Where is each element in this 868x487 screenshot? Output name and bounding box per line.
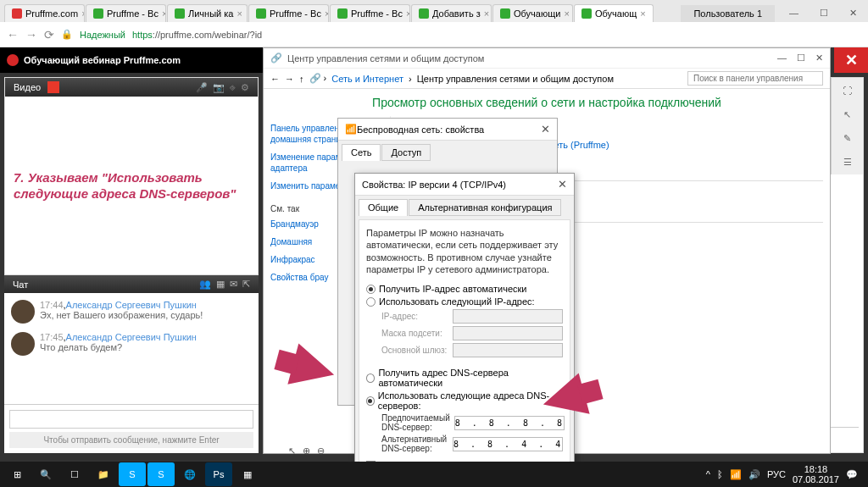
breadcrumb[interactable]: Сеть и Интернет [331, 74, 403, 84]
close-button[interactable]: ✕ [815, 53, 823, 64]
share-icon[interactable]: ⎆ [230, 82, 236, 93]
mail-icon[interactable]: ✉ [230, 279, 237, 290]
list-icon[interactable]: ☰ [839, 153, 856, 170]
minimize-button[interactable]: — [779, 3, 809, 22]
record-icon [47, 81, 59, 93]
tab-network[interactable]: Сеть [342, 144, 381, 161]
maximize-button[interactable]: ☐ [797, 53, 805, 64]
avatar [11, 332, 35, 356]
taskbar: ⊞ 🔍 ☐ 📁 S S 🌐 Ps ▦ ^ ᛒ 📶 🔊 РУС 18:1807.0… [0, 462, 868, 487]
skype-icon[interactable]: S [147, 462, 175, 486]
tab[interactable]: Pruffme - Вс× [86, 4, 166, 22]
explorer-icon[interactable]: 📁 [90, 462, 117, 486]
close-webinar-button[interactable]: ✕ [834, 47, 868, 73]
tab[interactable]: Добавить з× [411, 4, 492, 22]
close-button[interactable]: ✕ [541, 123, 550, 136]
cam-icon[interactable]: 📷 [213, 82, 225, 93]
mic-icon[interactable]: 🎤 [196, 82, 208, 93]
chat-messages: 17:44,Александр Сергеевич ПушкинЭх, нет … [4, 293, 259, 404]
clock-time[interactable]: 18:18 [793, 464, 839, 474]
tab-alternate[interactable]: Альтернативная конфигурация [409, 199, 561, 216]
tray-up-icon[interactable]: ^ [706, 469, 710, 479]
app-icon[interactable]: ▦ [234, 462, 261, 486]
up-button[interactable]: ↑ [299, 74, 304, 84]
radio-manual-dns[interactable] [366, 396, 375, 406]
url-field[interactable]: https://pruffme.com/webinar/?id [132, 29, 262, 41]
settings-icon[interactable]: ⚙ [241, 82, 249, 93]
page-heading: Просмотр основных сведений о сети и наст… [264, 89, 830, 116]
back-button[interactable]: ← [270, 74, 280, 84]
clock-date: 07.08.2017 [793, 474, 839, 484]
zoom-in-icon[interactable]: ⊕ [303, 445, 310, 457]
radio-auto-ip[interactable] [366, 285, 376, 294]
gateway-input [453, 343, 563, 357]
user-profile[interactable]: Пользователь 1 [681, 5, 775, 22]
wifi-icon: 📶 [345, 124, 357, 135]
wifi-icon[interactable]: 📶 [730, 469, 742, 480]
radio-manual-ip[interactable] [366, 297, 376, 307]
tab[interactable]: Обучающи× [492, 4, 573, 22]
close-button[interactable]: ✕ [558, 178, 567, 191]
address-bar: ← → ⟳ 🔒 Надежный https://pruffme.com/web… [0, 22, 868, 47]
description: Параметры IP можно назначать автоматичес… [366, 227, 563, 275]
back-button[interactable]: ← [7, 28, 19, 42]
tab-general[interactable]: Общие [359, 199, 408, 216]
tab-active[interactable]: Обучающ× [574, 4, 654, 22]
skype-icon[interactable]: S [119, 462, 146, 486]
browser-tabs: Pruffme.com× Pruffme - Вс× Личный ка× Pr… [0, 0, 868, 22]
ipv4-properties-dialog: Свойства: IP версии 4 (TCP/IPv4)✕ Общие … [354, 173, 575, 486]
radio-auto-dns[interactable] [366, 374, 375, 383]
breadcrumb[interactable]: Центр управления сетями и общим доступом [417, 74, 614, 84]
cursor-tool-icon[interactable]: ↖ [288, 445, 296, 457]
instruction-step-7: 7. Указываем "Использовать следующие адр… [14, 169, 249, 202]
start-button[interactable]: ⊞ [3, 462, 31, 486]
tab-access[interactable]: Доступ [381, 144, 431, 161]
excel-icon[interactable]: ▦ [216, 279, 225, 290]
forward-button[interactable]: → [285, 74, 294, 84]
maximize-button[interactable]: ☐ [809, 3, 838, 22]
taskview-icon[interactable]: ☐ [61, 462, 88, 486]
tab[interactable]: Pruffme - Вс× [248, 4, 329, 22]
ip-address-input [453, 309, 563, 324]
tab[interactable]: Pruffme - Вс× [330, 4, 410, 22]
pen-icon[interactable]: ✎ [839, 130, 856, 147]
video-header: Видео 🎤 📷 ⎆ ⚙ [5, 78, 258, 97]
webinar-title: Обучающий вебинар Pruffme.com [0, 47, 263, 73]
presentation-tools: ↖ ⊕ ⊖ [288, 445, 325, 457]
subnet-mask-input [453, 326, 563, 340]
users-icon[interactable]: 👥 [199, 279, 211, 290]
chat-input[interactable] [9, 410, 253, 429]
alternate-dns-input[interactable] [453, 437, 563, 451]
avatar [11, 300, 35, 324]
tab[interactable]: Pruffme.com× [4, 4, 85, 22]
chat-hint: Чтобы отправить сообщение, нажмите Enter [9, 432, 253, 448]
chrome-icon[interactable]: 🌐 [176, 462, 203, 486]
lock-icon: 🔒 [61, 29, 73, 40]
minimize-button[interactable]: — [777, 53, 787, 64]
volume-icon[interactable]: 🔊 [748, 469, 760, 480]
tab[interactable]: Личный ка× [167, 4, 248, 22]
expand-icon[interactable]: ⛶ [839, 82, 856, 99]
secure-label: Надежный [80, 30, 125, 40]
reload-button[interactable]: ⟳ [44, 28, 54, 42]
zoom-out-icon[interactable]: ⊖ [317, 445, 325, 457]
chat-message: 17:44,Александр Сергеевич ПушкинЭх, нет … [11, 300, 252, 324]
chat-message: 17:45,Александр Сергеевич ПушкинЧто дела… [11, 332, 252, 356]
forward-button[interactable]: → [25, 28, 37, 42]
cursor-icon[interactable]: ↖ [839, 106, 856, 123]
export-icon[interactable]: ⇱ [242, 279, 250, 290]
close-button[interactable]: ✕ [838, 3, 868, 22]
language-indicator[interactable]: РУС [767, 469, 786, 479]
photoshop-icon[interactable]: Ps [205, 462, 232, 486]
chat-header: Чат 👥 ▦ ✉ ⇱ [4, 275, 259, 293]
search-input[interactable] [687, 71, 823, 86]
search-icon[interactable]: 🔍 [32, 462, 59, 486]
window-icon: 🔗 [270, 53, 282, 64]
bluetooth-icon[interactable]: ᛒ [717, 469, 723, 479]
notifications-icon[interactable]: 💬 [846, 469, 858, 480]
